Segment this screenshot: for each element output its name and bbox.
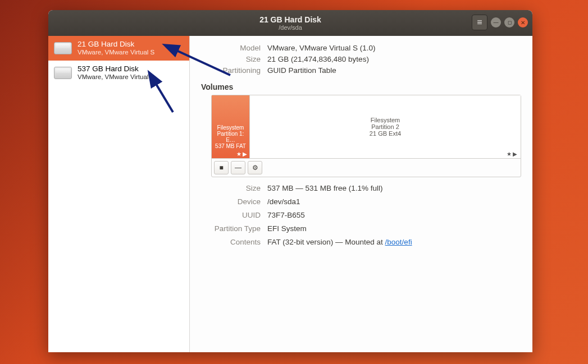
partition-2-line2: Partition 2	[371, 123, 399, 130]
value-uuid: 73F7-B655	[267, 211, 305, 219]
disk-text: 21 GB Hard Disk VMware, VMware Virtual S	[78, 40, 154, 57]
detail-row-size: Size 537 MB — 531 MB free (1.1% full)	[201, 184, 521, 192]
stop-icon: ■	[219, 164, 223, 172]
label-contents: Contents	[201, 238, 267, 246]
partition-options-button[interactable]: ⚙	[248, 161, 262, 174]
detail-row-uuid: UUID 73F7-B655	[201, 211, 521, 219]
partition-1-line3: 537 MB FAT	[215, 143, 246, 149]
close-button[interactable]: ✕	[518, 17, 528, 27]
maximize-button[interactable]: ◻	[504, 17, 514, 27]
disk-subtitle: VMware, VMware Virtual S	[78, 49, 154, 57]
unmount-button[interactable]: ■	[214, 161, 229, 174]
volumes-header: Volumes	[201, 82, 521, 91]
hard-disk-icon	[54, 42, 72, 54]
value-contents: FAT (32-bit version) — Mounted at /boot/…	[267, 238, 412, 246]
minus-icon: —	[235, 164, 241, 172]
sidebar-disk-item[interactable]: 21 GB Hard Disk VMware, VMware Virtual S	[48, 36, 189, 61]
mount-point-link[interactable]: /boot/efi	[385, 238, 412, 246]
gear-icon: ⚙	[252, 164, 258, 172]
partition-details: Size 537 MB — 531 MB free (1.1% full) De…	[201, 184, 521, 246]
sidebar-disk-item[interactable]: 537 GB Hard Disk VMware, VMware Virtual …	[48, 61, 189, 85]
label-size: Size	[201, 55, 267, 63]
main-panel: Model VMware, VMware Virtual S (1.0) Siz…	[190, 36, 532, 352]
label-detail-size: Size	[201, 184, 267, 192]
partition-2[interactable]: Filesystem Partition 2 21 GB Ext4 ★ ▶	[250, 95, 521, 158]
value-detail-size: 537 MB — 531 MB free (1.1% full)	[267, 184, 383, 192]
value-ptype: EFI System	[267, 224, 307, 233]
volume-toolbar: ■ — ⚙	[212, 158, 521, 177]
partition-2-line3: 21 GB Ext4	[370, 130, 401, 137]
partition-1-line1: Filesystem	[217, 125, 244, 131]
partition-1[interactable]: Filesystem Partition 1: E… 537 MB FAT ★ …	[212, 95, 250, 158]
value-model: VMware, VMware Virtual S (1.0)	[267, 44, 376, 52]
partition-1-line2: Partition 1: E…	[213, 131, 248, 143]
maximize-icon: ◻	[508, 20, 512, 25]
label-uuid: UUID	[201, 211, 267, 219]
partition-1-badges: ★ ▶	[236, 151, 247, 157]
disk-title: 537 GB Hard Disk	[78, 64, 154, 73]
detail-row-ptype: Partition Type EFI System	[201, 224, 521, 233]
info-row-model: Model VMware, VMware Virtual S (1.0)	[201, 44, 521, 52]
minimize-button[interactable]: —	[491, 17, 501, 27]
detail-row-contents: Contents FAT (32-bit version) — Mounted …	[201, 238, 521, 246]
detail-row-device: Device /dev/sda1	[201, 197, 521, 206]
disks-window: 21 GB Hard Disk /dev/sda ≡ — ◻ ✕ 21 GB H…	[48, 10, 532, 352]
delete-partition-button[interactable]: —	[231, 161, 245, 174]
titlebar: 21 GB Hard Disk /dev/sda ≡ — ◻ ✕	[48, 10, 532, 36]
sidebar: 21 GB Hard Disk VMware, VMware Virtual S…	[48, 36, 190, 352]
contents-prefix: FAT (32-bit version) — Mounted at	[267, 238, 385, 246]
label-partitioning: Partitioning	[201, 66, 267, 75]
disk-subtitle: VMware, VMware Virtual S	[78, 73, 154, 81]
volumes-box: Filesystem Partition 1: E… 537 MB FAT ★ …	[211, 95, 521, 177]
volumes-strip: Filesystem Partition 1: E… 537 MB FAT ★ …	[212, 95, 521, 158]
titlebar-controls: ≡ — ◻ ✕	[472, 15, 528, 30]
value-partitioning: GUID Partition Table	[267, 66, 336, 75]
window-subtitle: /dev/sda	[259, 24, 321, 31]
value-device: /dev/sda1	[267, 197, 300, 206]
play-icon: ▶	[243, 151, 247, 157]
partition-2-badges: ★ ▶	[507, 151, 517, 157]
value-size: 21 GB (21,474,836,480 bytes)	[267, 55, 369, 63]
partition-2-line1: Filesystem	[371, 117, 400, 123]
disk-title: 21 GB Hard Disk	[78, 40, 154, 49]
star-icon: ★	[507, 151, 512, 157]
label-device: Device	[201, 197, 267, 206]
label-ptype: Partition Type	[201, 224, 267, 233]
info-row-partitioning: Partitioning GUID Partition Table	[201, 66, 521, 75]
disk-text: 537 GB Hard Disk VMware, VMware Virtual …	[78, 64, 154, 81]
title-center: 21 GB Hard Disk /dev/sda	[259, 15, 321, 31]
info-row-size: Size 21 GB (21,474,836,480 bytes)	[201, 55, 521, 63]
body-area: 21 GB Hard Disk VMware, VMware Virtual S…	[48, 36, 532, 352]
play-icon: ▶	[513, 151, 517, 157]
hamburger-menu-button[interactable]: ≡	[472, 15, 487, 30]
star-icon: ★	[236, 151, 241, 157]
hard-disk-icon	[54, 67, 72, 79]
hamburger-icon: ≡	[477, 17, 482, 27]
window-title: 21 GB Hard Disk	[259, 15, 321, 24]
close-icon: ✕	[521, 20, 525, 26]
label-model: Model	[201, 44, 267, 52]
minimize-icon: —	[494, 20, 499, 25]
